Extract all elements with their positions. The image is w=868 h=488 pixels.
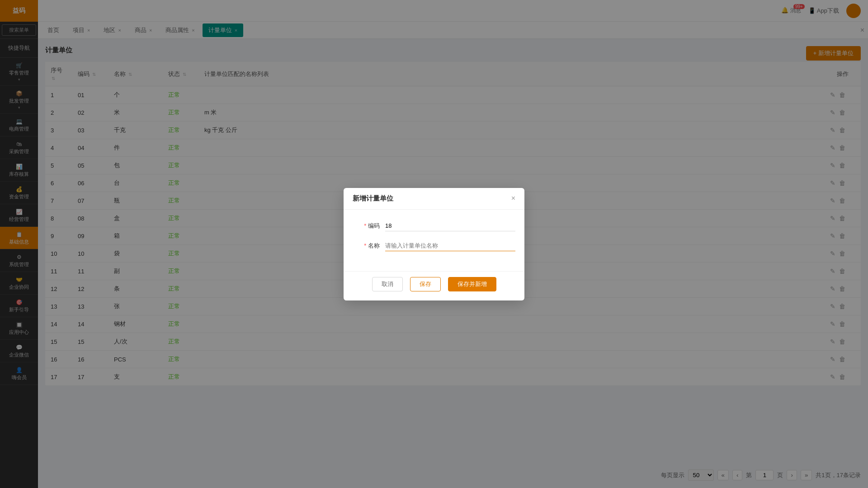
- code-label: 编码: [353, 222, 380, 230]
- name-label: 名称: [353, 242, 380, 250]
- save-button[interactable]: 保存: [410, 277, 441, 291]
- form-item-name: 名称: [353, 240, 515, 251]
- add-unit-modal: 新增计量单位 × 编码 名称 取消 保存 保存并新增: [344, 188, 524, 300]
- modal-header: 新增计量单位 ×: [344, 188, 524, 210]
- modal-footer: 取消 保存 保存并新增: [344, 271, 524, 300]
- save-new-button[interactable]: 保存并新增: [448, 277, 496, 291]
- name-input[interactable]: [385, 240, 515, 251]
- modal-overlay: 新增计量单位 × 编码 名称 取消 保存 保存并新增: [0, 0, 868, 488]
- modal-title: 新增计量单位: [353, 194, 393, 203]
- modal-body: 编码 名称: [344, 210, 524, 271]
- cancel-button[interactable]: 取消: [372, 277, 403, 291]
- form-item-code: 编码: [353, 221, 515, 231]
- code-input[interactable]: [385, 221, 515, 231]
- modal-close-button[interactable]: ×: [511, 194, 515, 202]
